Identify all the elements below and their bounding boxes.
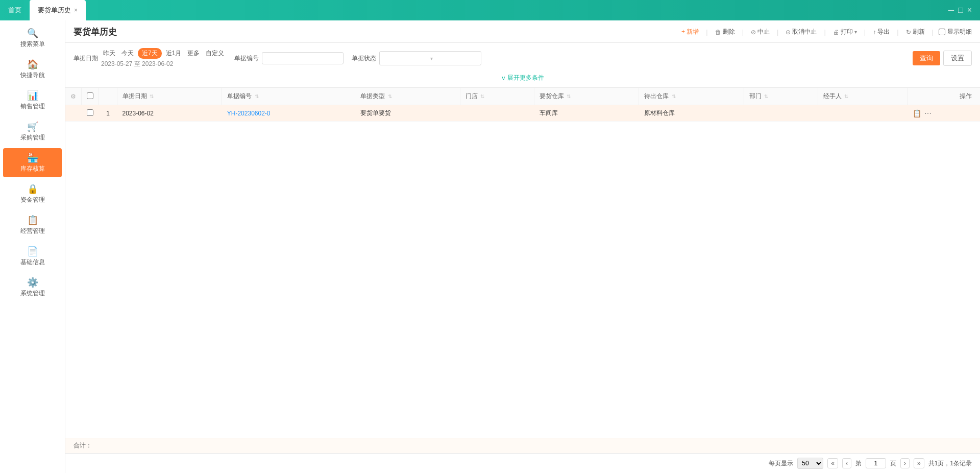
col-pending-warehouse: 待出仓库 ⇅ [639,88,744,105]
top-bar: 首页 要货单历史 × ─ □ × [0,0,980,20]
tab-close-icon[interactable]: × [74,7,78,14]
date-btn-more[interactable]: 更多 [185,49,202,58]
date-btn-yesterday[interactable]: 昨天 [101,49,117,58]
row-edit-icon[interactable]: 📋 [913,109,921,117]
doc-type-sort-icon[interactable]: ⇅ [388,93,392,99]
date-btn-today[interactable]: 今天 [119,49,136,58]
last-page-button[interactable]: » [914,458,924,468]
handler-sort-icon[interactable]: ⇅ [844,93,848,99]
export-button[interactable]: ↑ 导出 [869,26,894,38]
sidebar-item-purchase[interactable]: 🛒 采购管理 [3,117,62,146]
status-filter-group: 单据状态 ▾ [352,51,481,65]
toolbar: + 新增 | 🗑 删除 | ⊘ 中止 | ⊙ 取消中止 [677,26,972,38]
page-number-input[interactable] [866,458,886,468]
filter-actions: 查询 设置 [913,51,972,66]
row-settings-cell [65,105,82,122]
tab-bar: 首页 要货单历史 × [0,0,86,20]
data-table: ⚙ 单据日期 ⇅ 单据编号 ⇅ [65,88,980,122]
department-sort-icon[interactable]: ⇅ [764,93,768,99]
select-all-checkbox[interactable] [87,92,93,99]
print-dropdown-icon: ▾ [854,29,857,35]
cancel-stop-button[interactable]: ⊙ 取消中止 [781,26,821,38]
store-sort-icon[interactable]: ⇅ [480,93,484,99]
prev-page-button[interactable]: ‹ [842,458,851,468]
first-page-button[interactable]: « [827,458,838,468]
doc-no-sort-icon[interactable]: ⇅ [255,93,259,99]
print-button[interactable]: 🖨 打印 ▾ [829,26,861,38]
row-req-warehouse-cell: 车间库 [534,105,639,122]
table-container: ⚙ 单据日期 ⇅ 单据编号 ⇅ [65,88,980,438]
inventory-icon: 🏪 [27,153,38,162]
filter-bar: 单据日期 昨天 今天 近7天 近1月 更多 自定义 2023-05-27 至 2… [65,43,980,88]
refresh-button[interactable]: ↻ 刷新 [902,26,929,38]
col-date: 单据日期 ⇅ [117,88,222,105]
req-warehouse-sort-icon[interactable]: ⇅ [567,93,571,99]
sales-icon: 📊 [27,91,38,100]
date-btn-last1month[interactable]: 近1月 [164,49,184,58]
date-sort-icon[interactable]: ⇅ [150,93,154,99]
doc-no-input[interactable] [262,52,344,64]
row-checkbox[interactable] [87,109,93,116]
top-bar-right: ─ □ × [948,6,980,15]
col-checkbox [82,88,99,105]
doc-no-filter-group: 单据编号 [234,52,344,64]
stop-button[interactable]: ⊘ 中止 [747,26,774,38]
per-page-select[interactable]: 20 50 100 [797,458,823,469]
query-button[interactable]: 查询 [913,51,940,65]
sidebar: 🔍 搜索菜单 🏠 快捷导航 📊 销售管理 🛒 采购管理 🏪 库存核算 🔒 资金管… [0,20,65,473]
row-pending-warehouse-cell: 原材料仓库 [639,105,744,122]
export-icon: ↑ [873,29,876,36]
status-select[interactable]: ▾ [379,51,481,65]
col-req-warehouse: 要货仓库 ⇅ [534,88,639,105]
page-title: 要货单历史 [74,26,117,38]
col-settings-icon[interactable]: ⚙ [70,93,76,100]
show-detail-checkbox[interactable] [939,29,945,35]
print-icon: 🖨 [833,29,839,36]
row-doc-no-link[interactable]: YH-20230602-0 [227,110,271,117]
delete-icon: 🗑 [715,29,721,36]
next-page-button[interactable]: › [900,458,910,468]
main-layout: 🔍 搜索菜单 🏠 快捷导航 📊 销售管理 🛒 采购管理 🏪 库存核算 🔒 资金管… [0,20,980,473]
sidebar-item-basic[interactable]: 📄 基础信息 [3,242,62,271]
col-doc-no: 单据编号 ⇅ [222,88,355,105]
cancel-stop-icon: ⊙ [786,29,791,36]
expand-icon: ∨ [501,75,506,82]
date-filter-group: 单据日期 昨天 今天 近7天 近1月 更多 自定义 2023-05-27 至 2… [74,48,226,68]
show-detail-toggle[interactable]: 显示明细 [939,28,972,36]
sidebar-item-system[interactable]: ⚙️ 系统管理 [3,273,62,302]
filter-row: 单据日期 昨天 今天 近7天 近1月 更多 自定义 2023-05-27 至 2… [74,48,972,68]
col-num [99,88,117,105]
col-doc-type: 单据类型 ⇅ [355,88,460,105]
stop-icon: ⊘ [751,29,756,36]
pagination-bar: 每页显示 20 50 100 « ‹ 第 页 › » 共1页，1条记录 [65,453,980,473]
date-btn-custom[interactable]: 自定义 [204,49,226,58]
row-more-icon[interactable]: ⋯ [924,109,932,117]
window-minimize-icon[interactable]: ─ [948,6,954,15]
sidebar-item-shortcut[interactable]: 🏠 快捷导航 [3,55,62,84]
operation-icon: 📋 [27,216,38,225]
sidebar-item-operation[interactable]: 📋 经营管理 [3,210,62,240]
tab-history[interactable]: 要货单历史 × [30,0,86,20]
new-button[interactable]: + 新增 [677,26,703,38]
sidebar-item-finance[interactable]: 🔒 资金管理 [3,179,62,208]
col-department: 部门 ⇅ [744,88,818,105]
col-store: 门店 ⇅ [460,88,534,105]
row-checkbox-cell [82,105,99,122]
tab-home[interactable]: 首页 [0,0,30,20]
sidebar-item-sales[interactable]: 📊 销售管理 [3,86,62,115]
sidebar-item-search[interactable]: 🔍 搜索菜单 [3,23,62,53]
row-department-cell [744,105,818,122]
sidebar-item-inventory[interactable]: 🏪 库存核算 [3,148,62,177]
table-footer: 合计： [65,438,980,453]
window-maximize-icon[interactable]: □ [958,6,963,15]
search-icon: 🔍 [27,29,38,38]
window-close-icon[interactable]: × [967,6,972,15]
pending-warehouse-sort-icon[interactable]: ⇅ [672,93,676,99]
purchase-icon: 🛒 [27,122,38,131]
row-num-cell: 1 [99,105,117,122]
expand-more-btn[interactable]: ∨ 展开更多条件 [501,74,544,82]
status-select-dropdown-icon: ▾ [430,56,478,61]
delete-button[interactable]: 🗑 删除 [711,26,739,38]
settings-button[interactable]: 设置 [943,51,972,66]
date-btn-last7days[interactable]: 近7天 [138,48,162,59]
